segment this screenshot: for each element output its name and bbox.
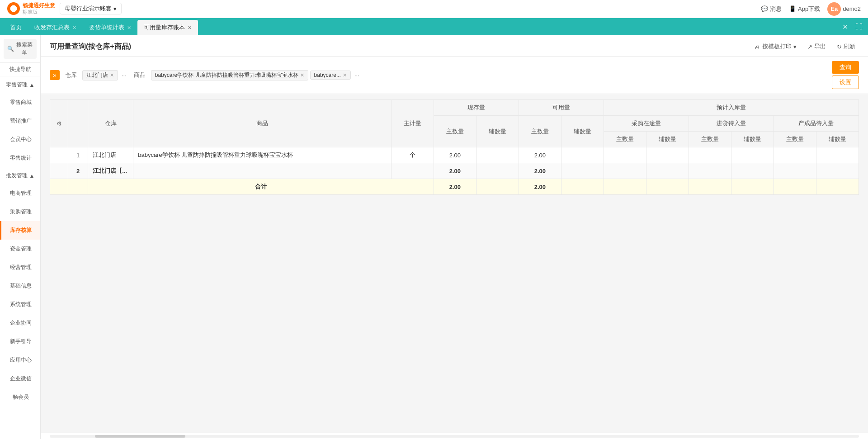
total-label: 合计	[88, 179, 434, 195]
tab-keyongliang-label: 可用量库存账本	[144, 24, 185, 32]
sidebar-item-inventory[interactable]: 库存核算	[0, 221, 40, 240]
production-pending-th: 产成品待入量	[774, 116, 859, 132]
export-btn[interactable]: ↗ 导出	[804, 41, 830, 52]
sidebar-item-member2[interactable]: 畅会员	[0, 388, 40, 406]
stock-main-th: 主数量	[434, 116, 476, 147]
logo-sub: 标准版	[23, 9, 55, 15]
industry-label: 母婴行业演示账套	[65, 5, 112, 13]
sidebar-item-basic-info[interactable]: 基础信息	[0, 277, 40, 295]
filter-toggle-btn[interactable]: »	[50, 70, 60, 80]
sidebar-item-retail-stats[interactable]: 零售统计	[0, 149, 40, 167]
row2-purchase-aux	[646, 163, 689, 179]
tab-yaohuo[interactable]: 要货单统计表 ✕	[83, 20, 137, 35]
refresh-icon: ↻	[837, 43, 842, 50]
top-bar-right: 💬 消息 📱 App下载 Ea demo2	[761, 2, 861, 16]
app-download-btn[interactable]: 📱 App下载	[789, 5, 820, 13]
sidebar-item-purchase[interactable]: 采购管理	[0, 203, 40, 221]
sidebar-item-retail-mgmt[interactable]: 零售管理 ▲	[0, 76, 40, 93]
total-purchase-aux	[646, 179, 689, 195]
warehouse-tag[interactable]: 江北门店 ✕	[82, 70, 118, 80]
sidebar-item-enterprise[interactable]: 企业协同	[0, 314, 40, 332]
sidebar-item-member[interactable]: 会员中心	[0, 130, 40, 149]
search-menu-btn[interactable]: 🔍 搜索菜单	[4, 39, 37, 59]
close-shoufacun-icon[interactable]: ✕	[72, 25, 76, 31]
scrollbar-thumb[interactable]	[95, 435, 185, 438]
total-available-aux	[561, 179, 604, 195]
tab-home[interactable]: 首页	[4, 20, 28, 35]
search-icon: 🔍	[7, 46, 14, 52]
sidebar-nav-btn[interactable]: 快捷导航	[0, 63, 40, 76]
nav-tabs: 首页 收发存汇总表 ✕ 要货单统计表 ✕ 可用量库存账本 ✕ ✕ ⛶	[0, 18, 868, 35]
purchase-aux-th: 辅数量	[646, 132, 689, 147]
sidebar-item-wholesale-mgmt[interactable]: 批发管理 ▲	[0, 167, 40, 184]
available-th-group: 可用量	[519, 100, 604, 116]
goods-tag1[interactable]: babycare学饮杯 儿童防摔防撞吸管杯重力球吸嘴杯宝宝水杯 ✕	[151, 70, 308, 80]
tab-keyongliang[interactable]: 可用量库存账本 ✕	[137, 20, 198, 35]
row2-purchase-main	[604, 163, 646, 179]
user-area[interactable]: Ea demo2	[827, 2, 861, 16]
remove-goods2-icon[interactable]: ✕	[343, 72, 347, 78]
warehouse-more-icon[interactable]: ···	[120, 72, 128, 79]
tab-shoufacun[interactable]: 收发存汇总表 ✕	[28, 20, 83, 35]
row2-inbound-aux	[731, 163, 774, 179]
close-keyongliang-icon[interactable]: ✕	[188, 25, 192, 31]
production-main-th: 主数量	[774, 132, 816, 147]
total-production-main	[774, 179, 816, 195]
table-row-group: 2 江北门店【... 2.00 2.00	[50, 163, 859, 179]
settings-btn[interactable]: 设置	[832, 76, 859, 89]
query-btn[interactable]: 查询	[832, 61, 859, 74]
row1-stock-aux	[476, 147, 519, 163]
stock-th-group: 现存量	[434, 100, 519, 116]
warehouse-value: 江北门店	[86, 71, 108, 79]
filter-row: » 仓库 江北门店 ✕ ··· 商品 babycare学饮杯 儿童防摔防撞吸管杯…	[41, 57, 868, 94]
row1-purchase-aux	[646, 147, 689, 163]
nav-right-btns: ✕ ⛶	[840, 18, 864, 35]
sidebar-item-wechat[interactable]: 企业微信	[0, 369, 40, 388]
sidebar-item-retail-mall[interactable]: 零售商城	[0, 93, 40, 112]
top-bar: 畅捷通好生意 标准版 母婴行业演示账套 ▾ 💬 消息 📱 App下载 Ea de…	[0, 0, 868, 18]
goods-value1: babycare学饮杯 儿童防摔防撞吸管杯重力球吸嘴杯宝宝水杯	[155, 71, 298, 79]
user-name: demo2	[843, 5, 861, 12]
total-inbound-aux	[731, 179, 774, 195]
remove-warehouse-icon[interactable]: ✕	[110, 72, 114, 78]
unit-th: 主计量	[391, 100, 434, 147]
message-icon: 💬	[761, 5, 768, 12]
chevron-down-icon: ▾	[113, 5, 117, 12]
goods-more-icon[interactable]: ···	[353, 72, 361, 79]
close-all-btn[interactable]: ✕	[840, 23, 850, 31]
expand-btn[interactable]: ⛶	[854, 23, 864, 31]
refresh-btn[interactable]: ↻ 刷新	[833, 41, 859, 52]
row2-available-aux	[561, 163, 604, 179]
sidebar-item-finance[interactable]: 资金管理	[0, 240, 40, 258]
logo-text: 畅捷通好生意	[23, 2, 55, 9]
total-stock-main: 2.00	[434, 179, 476, 195]
total-purchase-main	[604, 179, 646, 195]
sidebar-item-app-center[interactable]: 应用中心	[0, 351, 40, 369]
table-row: 1 江北门店 babycare学饮杯 儿童防摔防撞吸管杯重力球吸嘴杯宝宝水杯 个…	[50, 147, 859, 163]
sidebar-item-marketing[interactable]: 营销推广	[0, 112, 40, 130]
goods-tag2[interactable]: babycare... ✕	[310, 71, 351, 80]
table-area: ⚙ 仓库 商品 主计量 现存量 可用量 预计入库量 主数量 辅数量 主数量 辅数…	[41, 94, 868, 433]
print-btn[interactable]: 🖨 按模板打印 ▾	[751, 41, 800, 52]
avatar: Ea	[827, 2, 841, 16]
forecast-th-group: 预计入库量	[604, 100, 859, 116]
filter-actions: 查询 设置	[832, 61, 859, 89]
sidebar-item-guide[interactable]: 新手引导	[0, 332, 40, 351]
stock-aux-th: 辅数量	[476, 116, 519, 147]
industry-selector[interactable]: 母婴行业演示账套 ▾	[60, 3, 122, 14]
sidebar-item-system[interactable]: 系统管理	[0, 295, 40, 314]
remove-goods1-icon[interactable]: ✕	[300, 72, 304, 78]
sidebar-item-operation[interactable]: 经营管理	[0, 258, 40, 277]
row1-production-aux	[816, 147, 859, 163]
total-row: 合计 2.00 2.00	[50, 179, 859, 195]
table-footer	[41, 433, 868, 439]
arrow-icon: ▲	[29, 82, 35, 88]
row2-stock-main: 2.00	[434, 163, 476, 179]
message-btn[interactable]: 💬 消息	[761, 5, 782, 13]
sidebar-item-ecommerce[interactable]: 电商管理	[0, 184, 40, 203]
close-yaohuo-icon[interactable]: ✕	[127, 25, 131, 31]
data-table: ⚙ 仓库 商品 主计量 现存量 可用量 预计入库量 主数量 辅数量 主数量 辅数…	[50, 99, 859, 195]
app-icon: 📱	[789, 5, 796, 12]
scrollbar-track[interactable]	[50, 435, 859, 438]
row2-seq: 2	[68, 163, 88, 179]
